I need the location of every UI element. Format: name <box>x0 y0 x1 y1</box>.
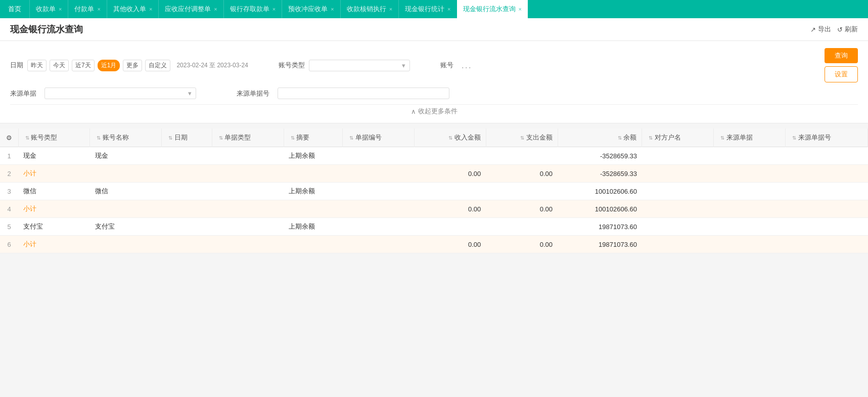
account-dots[interactable]: ... <box>462 60 472 71</box>
nav-tab-verify[interactable]: 收款核销执行 × <box>340 0 398 18</box>
sort-icon-10[interactable]: ⇅ <box>649 135 653 141</box>
sort-icon-11[interactable]: ⇅ <box>720 135 724 141</box>
cell-expense <box>486 218 558 236</box>
table-row[interactable]: 3 微信 微信 上期余额 100102606.60 <box>0 183 868 200</box>
cell-summary <box>284 200 343 218</box>
table-row[interactable]: 4 小计 0.00 0.00 100102606.60 <box>0 200 868 218</box>
account-type-filter: 账号类型 ▾ <box>279 60 410 71</box>
close-icon[interactable]: × <box>519 6 522 12</box>
sort-icon-9[interactable]: ⇅ <box>618 135 622 141</box>
sort-icon-8[interactable]: ⇅ <box>520 135 524 141</box>
cell-counterpart <box>642 147 714 165</box>
nav-tab-bank-deposit[interactable]: 银行存取款单 × <box>223 0 282 18</box>
date-btn-1month[interactable]: 近1月 <box>98 60 120 71</box>
source-doc-no-input[interactable] <box>278 87 449 99</box>
cell-summary <box>284 165 343 183</box>
cell-account-name: 支付宝 <box>90 218 162 236</box>
cell-income <box>414 183 486 200</box>
cell-source-doc-no <box>786 147 868 165</box>
nav-home[interactable]: 首页 <box>0 0 29 18</box>
source-doc-no-filter: 来源单据号 <box>237 87 449 99</box>
th-expense: ⇅ 支出金额 <box>486 128 558 147</box>
cell-doc-type <box>212 200 284 218</box>
refresh-button[interactable]: ↺ 刷新 <box>837 25 858 34</box>
cell-account-type: 现金 <box>18 147 90 165</box>
source-doc-select[interactable]: ▾ <box>44 87 196 99</box>
row-number: 2 <box>0 165 18 183</box>
cell-expense: 0.00 <box>486 200 558 218</box>
date-btn-custom[interactable]: 自定义 <box>145 60 170 71</box>
date-btn-7days[interactable]: 近7天 <box>72 60 95 71</box>
top-nav: 首页 收款单 × 付款单 × 其他收入单 × 应收应付调整单 × 银行存取款单 … <box>0 0 868 18</box>
cell-income <box>414 147 486 165</box>
th-source-doc-no: ⇅ 来源单据号 <box>786 128 868 147</box>
action-buttons: 查询 设置 <box>825 48 858 82</box>
account-type-select[interactable]: ▾ <box>309 60 410 71</box>
nav-tab-stats[interactable]: 现金银行统计 × <box>398 0 456 18</box>
nav-tab-shoukuan[interactable]: 收款单 × <box>29 0 68 18</box>
table-row[interactable]: 6 小计 0.00 0.00 19871073.60 <box>0 236 868 253</box>
page-title: 现金银行流水查询 <box>10 23 83 35</box>
date-btn-today[interactable]: 今天 <box>50 60 69 71</box>
sort-icon-5[interactable]: ⇅ <box>291 135 295 141</box>
close-icon[interactable]: × <box>97 6 100 12</box>
settings-button[interactable]: 设置 <box>825 66 858 82</box>
cell-account-type: 微信 <box>18 183 90 200</box>
sort-icon-3[interactable]: ⇅ <box>168 135 172 141</box>
cell-doc-type <box>212 147 284 165</box>
cell-income: 0.00 <box>414 236 486 253</box>
sort-icon-2[interactable]: ⇅ <box>97 135 101 141</box>
sort-icon[interactable]: ⇅ <box>25 135 29 141</box>
chevron-down-icon-2: ▾ <box>188 90 192 97</box>
cell-doc-no <box>343 236 415 253</box>
th-summary: ⇅ 摘要 <box>284 128 343 147</box>
th-account-type: ⇅ 账号类型 <box>18 128 90 147</box>
cell-doc-type <box>212 183 284 200</box>
source-doc-label: 来源单据 <box>10 89 36 98</box>
sort-icon-7[interactable]: ⇅ <box>448 135 452 141</box>
sort-icon-6[interactable]: ⇅ <box>349 135 353 141</box>
cell-summary: 上期余额 <box>284 183 343 200</box>
export-button[interactable]: ↗ 导出 <box>810 25 831 34</box>
cell-account-type: 支付宝 <box>18 218 90 236</box>
close-icon[interactable]: × <box>59 6 62 12</box>
nav-tab-other-income[interactable]: 其他收入单 × <box>107 0 158 18</box>
th-income: ⇅ 收入金额 <box>414 128 486 147</box>
cell-source-doc-no <box>786 183 868 200</box>
cell-balance: 100102606.60 <box>558 183 642 200</box>
close-icon[interactable]: × <box>272 6 276 12</box>
table-row[interactable]: 2 小计 0.00 0.00 -3528659.33 <box>0 165 868 183</box>
date-btn-more[interactable]: 更多 <box>123 60 142 71</box>
close-icon[interactable]: × <box>149 6 152 12</box>
cell-date <box>162 183 212 200</box>
nav-tab-adjustment[interactable]: 应收应付调整单 × <box>158 0 223 18</box>
cell-counterpart <box>642 165 714 183</box>
cell-date <box>162 147 212 165</box>
th-gear[interactable]: ⚙ <box>0 128 18 147</box>
cell-source-doc <box>714 200 786 218</box>
row-number: 3 <box>0 183 18 200</box>
sort-icon-4[interactable]: ⇅ <box>219 135 223 141</box>
close-icon[interactable]: × <box>331 6 334 12</box>
cell-source-doc-no <box>786 218 868 236</box>
cell-source-doc-no <box>786 200 868 218</box>
date-btn-yesterday[interactable]: 昨天 <box>27 60 47 71</box>
table-row[interactable]: 5 支付宝 支付宝 上期余额 19871073.60 <box>0 218 868 236</box>
data-table-wrapper: ⚙ ⇅ 账号类型 ⇅ 账号名称 ⇅ 日期 ⇅ 单据类型 ⇅ <box>0 128 868 253</box>
sort-icon-12[interactable]: ⇅ <box>792 135 796 141</box>
table-header-row: ⚙ ⇅ 账号类型 ⇅ 账号名称 ⇅ 日期 ⇅ 单据类型 ⇅ <box>0 128 868 147</box>
close-icon[interactable]: × <box>447 6 450 12</box>
date-range-display: 2023-02-24 至 2023-03-24 <box>176 61 248 70</box>
nav-tab-prepay[interactable]: 预收冲应收单 × <box>282 0 340 18</box>
query-button[interactable]: 查询 <box>825 48 858 63</box>
close-icon[interactable]: × <box>214 6 217 12</box>
nav-tab-flow-query[interactable]: 现金银行流水查询 × <box>457 0 528 18</box>
nav-tab-fukuan[interactable]: 付款单 × <box>68 0 106 18</box>
header-actions: ↗ 导出 ↺ 刷新 <box>810 25 858 34</box>
chevron-up-icon: ∧ <box>411 108 416 115</box>
row-number: 4 <box>0 200 18 218</box>
close-icon[interactable]: × <box>389 6 392 12</box>
table-row[interactable]: 1 现金 现金 上期余额 -3528659.33 <box>0 147 868 165</box>
cell-income: 0.00 <box>414 165 486 183</box>
collapse-button[interactable]: ∧ 收起更多条件 <box>10 104 858 118</box>
